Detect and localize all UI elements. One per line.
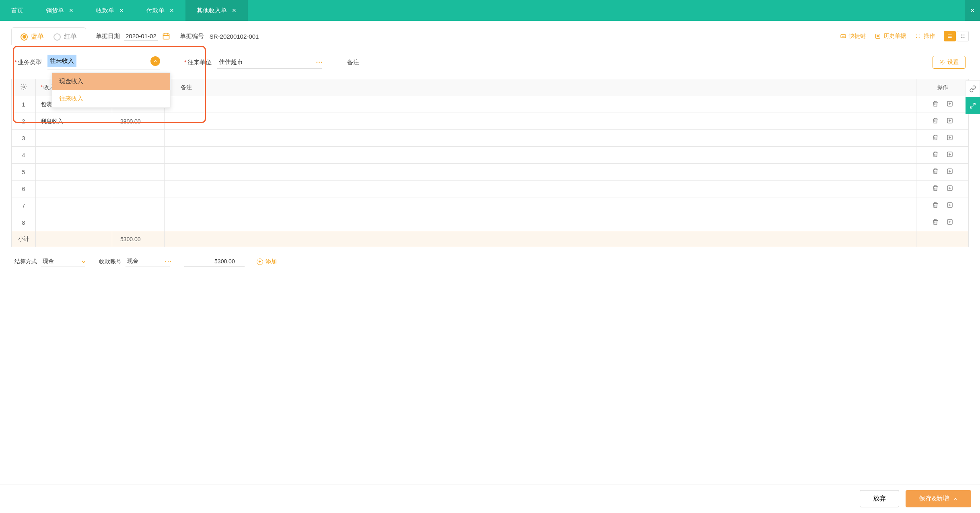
row-index: 7 bbox=[12, 197, 36, 214]
dropdown-option-cash[interactable]: 现金收入 bbox=[52, 73, 170, 90]
cell-remark[interactable] bbox=[165, 197, 916, 214]
cell-remark[interactable] bbox=[165, 96, 916, 113]
cell-name[interactable] bbox=[36, 147, 112, 164]
cell-name[interactable]: 利息收入 bbox=[36, 113, 112, 130]
table-row[interactable]: 6 bbox=[12, 181, 969, 197]
cell-name[interactable] bbox=[36, 164, 112, 181]
subtotal-value: 5300.00 bbox=[112, 231, 165, 247]
shortcut-link[interactable]: 快捷键 bbox=[840, 33, 866, 40]
row-index: 3 bbox=[12, 130, 36, 147]
close-panel-button[interactable] bbox=[965, 0, 980, 21]
close-icon[interactable]: ✕ bbox=[232, 7, 237, 14]
cell-remark[interactable] bbox=[165, 147, 916, 164]
add-row-icon[interactable] bbox=[946, 117, 953, 124]
close-icon[interactable]: ✕ bbox=[169, 7, 174, 14]
more-icon[interactable]: ··· bbox=[165, 259, 172, 265]
more-icon[interactable]: ··· bbox=[316, 59, 323, 66]
svg-point-7 bbox=[961, 35, 962, 35]
close-icon[interactable]: ✕ bbox=[69, 7, 74, 14]
table-row[interactable]: 3 bbox=[12, 130, 969, 147]
cell-remark[interactable] bbox=[165, 164, 916, 181]
history-link[interactable]: 历史单据 bbox=[875, 33, 906, 40]
account-input[interactable]: 现金 bbox=[126, 256, 170, 267]
biz-type-label: *业务类型 bbox=[14, 59, 42, 66]
row-index: 8 bbox=[12, 214, 36, 231]
party-input[interactable]: 佳佳超市 bbox=[217, 56, 322, 69]
dropdown-option-credit[interactable]: 往来收入 bbox=[52, 90, 170, 107]
expand-icon[interactable] bbox=[966, 97, 980, 114]
table-row[interactable]: 5 bbox=[12, 164, 969, 181]
svg-rect-0 bbox=[163, 34, 169, 39]
table-row[interactable]: 4 bbox=[12, 147, 969, 164]
ops-link[interactable]: 操作 bbox=[915, 33, 935, 40]
calendar-icon[interactable] bbox=[162, 32, 170, 40]
cell-remark[interactable] bbox=[165, 113, 916, 130]
remark-input[interactable] bbox=[365, 60, 482, 65]
trash-icon[interactable] bbox=[932, 134, 939, 141]
cell-amount[interactable] bbox=[112, 214, 165, 231]
cell-name[interactable] bbox=[36, 130, 112, 147]
cell-amount[interactable] bbox=[112, 130, 165, 147]
row-index: 4 bbox=[12, 147, 36, 164]
add-row-icon[interactable] bbox=[946, 218, 953, 226]
settings-button[interactable]: 设置 bbox=[933, 56, 966, 69]
view-list-button[interactable] bbox=[944, 31, 956, 41]
add-row-icon[interactable] bbox=[946, 185, 953, 192]
link-icon[interactable] bbox=[966, 80, 980, 97]
tab-home[interactable]: 首页 bbox=[0, 0, 35, 21]
method-input[interactable]: 现金 bbox=[41, 256, 85, 267]
row-index: 5 bbox=[12, 164, 36, 181]
add-row-icon[interactable] bbox=[946, 168, 953, 175]
date-value[interactable]: 2020-01-02 bbox=[124, 32, 158, 41]
trash-icon[interactable] bbox=[932, 151, 939, 158]
cell-amount[interactable] bbox=[112, 181, 165, 197]
trash-icon[interactable] bbox=[932, 100, 939, 107]
tab-sales[interactable]: 销货单✕ bbox=[35, 0, 85, 21]
add-row-icon[interactable] bbox=[946, 201, 953, 209]
add-row-icon[interactable] bbox=[946, 151, 953, 158]
method-label: 结算方式 bbox=[14, 258, 37, 265]
tab-payment[interactable]: 付款单✕ bbox=[135, 0, 185, 21]
row-index: 2 bbox=[12, 113, 36, 130]
doc-value: SR-20200102-001 bbox=[208, 32, 261, 41]
view-detail-button[interactable] bbox=[957, 31, 969, 41]
cell-remark[interactable] bbox=[165, 130, 916, 147]
add-row-icon[interactable] bbox=[946, 134, 953, 141]
table-row[interactable]: 8 bbox=[12, 214, 969, 231]
add-row-icon[interactable] bbox=[946, 100, 953, 107]
trash-icon[interactable] bbox=[932, 168, 939, 175]
cell-amount[interactable] bbox=[112, 197, 165, 214]
chevron-down-icon[interactable] bbox=[80, 259, 87, 265]
tab-receipt[interactable]: 收款单✕ bbox=[85, 0, 135, 21]
cell-amount[interactable] bbox=[112, 164, 165, 181]
svg-point-10 bbox=[23, 86, 25, 88]
cell-amount[interactable] bbox=[112, 147, 165, 164]
trash-icon[interactable] bbox=[932, 201, 939, 209]
cell-remark[interactable] bbox=[165, 214, 916, 231]
payment-amount[interactable]: 5300.00 bbox=[184, 256, 245, 267]
radio-blue[interactable]: 蓝单 bbox=[21, 33, 44, 41]
trash-icon[interactable] bbox=[932, 185, 939, 192]
date-label: 单据日期 bbox=[96, 33, 120, 40]
form-row: *业务类型 往来收入 现金收入 往来收入 *往来单位 佳佳超市 ··· 备注 bbox=[5, 50, 975, 75]
biz-type-input[interactable]: 往来收入 bbox=[47, 55, 76, 67]
table-row[interactable]: 2 利息收入 2800.00 bbox=[12, 113, 969, 130]
close-icon[interactable]: ✕ bbox=[119, 7, 124, 14]
cell-amount[interactable]: 2800.00 bbox=[112, 113, 165, 130]
trash-icon[interactable] bbox=[932, 117, 939, 124]
cell-remark[interactable] bbox=[165, 181, 916, 197]
radio-red[interactable]: 红单 bbox=[54, 33, 77, 41]
gear-icon[interactable] bbox=[20, 83, 27, 90]
account-label: 收款账号 bbox=[99, 258, 121, 265]
trash-icon[interactable] bbox=[932, 218, 939, 226]
cell-name[interactable] bbox=[36, 214, 112, 231]
svg-point-8 bbox=[961, 37, 962, 38]
cell-name[interactable] bbox=[36, 181, 112, 197]
chevron-up-icon[interactable] bbox=[150, 56, 160, 66]
table-row[interactable]: 7 bbox=[12, 197, 969, 214]
tab-other-income[interactable]: 其他收入单✕ bbox=[185, 0, 248, 21]
remark-label: 备注 bbox=[347, 59, 359, 66]
add-button[interactable]: + 添加 bbox=[257, 258, 277, 265]
cell-name[interactable] bbox=[36, 197, 112, 214]
row-index: 6 bbox=[12, 181, 36, 197]
